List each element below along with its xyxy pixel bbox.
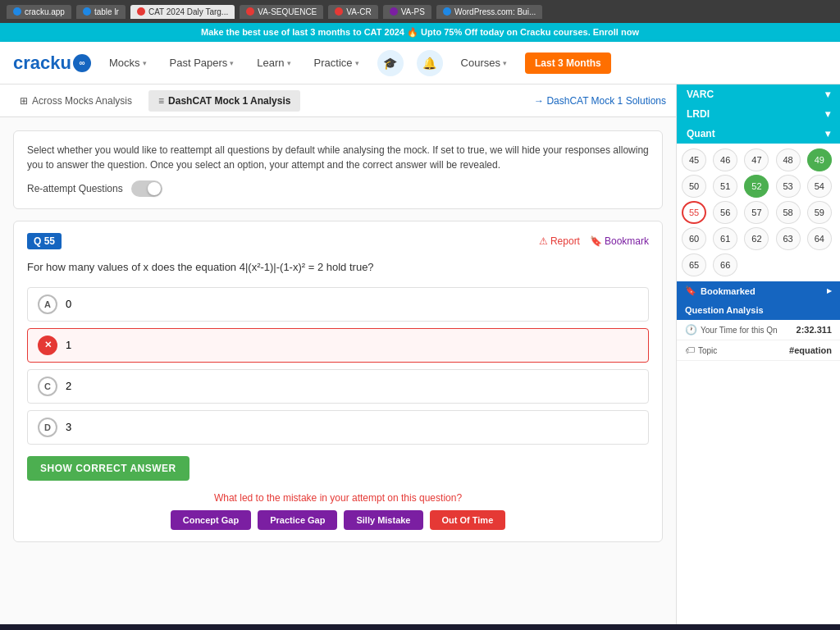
analysis-topic-row: 🏷 Topic #equation	[677, 340, 840, 361]
question-header: Q 55 ⚠ Report 🔖 Bookmark	[27, 233, 649, 249]
option-a-circle: A	[38, 294, 57, 314]
question-actions: ⚠ Report 🔖 Bookmark	[539, 235, 649, 247]
nav-practice[interactable]: Practice ▾	[309, 53, 364, 72]
tab-icon	[335, 7, 343, 16]
nav-learn[interactable]: Learn ▾	[252, 53, 295, 72]
analysis-tabs-bar: ⊞ Across Mocks Analysis ≡ DashCAT Mock 1…	[0, 84, 676, 117]
reattempt-toggle-row: Re-attempt Questions	[27, 180, 649, 197]
question-number-grid: 45 46 47 48 49 50 51 52 53 54 55 56 57 5…	[677, 144, 840, 281]
option-b-circle: ✕	[38, 336, 57, 355]
nav-hat-icon[interactable]: 🎓	[377, 50, 404, 76]
option-c[interactable]: C 2	[27, 369, 649, 404]
browser-tab-wordpress[interactable]: WordPress.com: Bui...	[436, 5, 542, 19]
tab-icon	[137, 7, 145, 16]
main-layout: ⊞ Across Mocks Analysis ≡ DashCAT Mock 1…	[0, 84, 840, 624]
mistake-buttons: Concept Gap Practice Gap Silly Mistake O…	[27, 510, 649, 530]
q-btn-61[interactable]: 61	[713, 227, 737, 250]
q-btn-45[interactable]: 45	[682, 148, 706, 171]
bookmark-button[interactable]: 🔖 Bookmark	[590, 235, 649, 247]
sidebar-quant[interactable]: Quant ▾	[677, 124, 840, 144]
sidebar-lrdi[interactable]: LRDI ▾	[677, 104, 840, 124]
browser-tab-cracku[interactable]: cracku.app	[7, 5, 71, 19]
question-panel: Select whether you would like to reattem…	[0, 117, 676, 624]
tab-icon	[443, 7, 451, 16]
analysis-time-row: 🕐 Your Time for this Qn 2:32.311	[677, 320, 840, 340]
q-btn-66[interactable]: 66	[713, 253, 737, 276]
mistake-practice-button[interactable]: Practice Gap	[258, 510, 337, 530]
browser-tabs-bar: cracku.app table lr CAT 2024 Daly Targ..…	[0, 0, 840, 23]
show-answer-button[interactable]: SHOW CORRECT ANSWER	[27, 456, 189, 481]
q-btn-48[interactable]: 48	[776, 148, 801, 171]
q-btn-59[interactable]: 59	[807, 201, 832, 224]
sidebar-varc[interactable]: VARC ▾	[677, 84, 840, 104]
last3-months-button[interactable]: Last 3 Months	[525, 52, 611, 74]
q-btn-63[interactable]: 63	[776, 227, 801, 250]
logo-icon: ∞	[73, 54, 91, 72]
report-button[interactable]: ⚠ Report	[539, 235, 580, 247]
nav-past-papers[interactable]: Past Papers ▾	[165, 53, 240, 72]
bookmarked-header[interactable]: 🔖 Bookmarked ▸	[677, 281, 840, 300]
q-btn-51[interactable]: 51	[713, 175, 737, 198]
content-area: ⊞ Across Mocks Analysis ≡ DashCAT Mock 1…	[0, 84, 676, 624]
browser-tab-cat[interactable]: CAT 2024 Daly Targ...	[130, 5, 235, 19]
tab-icon	[390, 7, 398, 16]
q-btn-60[interactable]: 60	[682, 227, 706, 250]
q-btn-62[interactable]: 62	[744, 227, 769, 250]
question-number: Q 55	[27, 233, 62, 249]
q-btn-64[interactable]: 64	[807, 227, 832, 250]
mistake-silly-button[interactable]: Silly Mistake	[344, 510, 422, 530]
q-btn-55[interactable]: 55	[682, 201, 706, 224]
q-btn-53[interactable]: 53	[776, 175, 801, 198]
question-text: For how many values of x does the equati…	[27, 259, 649, 276]
q-btn-52[interactable]: 52	[744, 175, 769, 198]
tab-dashcat-solutions[interactable]: → DashCAT Mock 1 Solutions	[534, 95, 666, 107]
browser-tab-vaps[interactable]: VA-PS	[383, 5, 431, 19]
q-btn-47[interactable]: 47	[744, 148, 769, 171]
mistake-concept-button[interactable]: Concept Gap	[171, 510, 251, 530]
tab-dashcat-mock1[interactable]: ≡ DashCAT Mock 1 Analysis	[148, 90, 300, 112]
q-btn-50[interactable]: 50	[682, 175, 706, 198]
sidebar: VARC ▾ LRDI ▾ Quant ▾ 45 46 47 48 49 50 …	[676, 84, 840, 624]
tab-across-mocks[interactable]: ⊞ Across Mocks Analysis	[10, 90, 142, 112]
question-card: Q 55 ⚠ Report 🔖 Bookmark For how many va	[13, 221, 663, 542]
mistake-section: What led to the mistake in your attempt …	[27, 492, 649, 530]
reattempt-toggle[interactable]	[131, 180, 162, 197]
question-analysis-header[interactable]: Question Analysis	[677, 300, 840, 320]
option-d[interactable]: D 3	[27, 410, 649, 445]
tab-icon	[246, 7, 254, 16]
q-btn-56[interactable]: 56	[713, 201, 737, 224]
q-btn-46[interactable]: 46	[713, 148, 737, 171]
toggle-knob	[148, 182, 161, 195]
browser-tab-vasequence[interactable]: VA-SEQUENCE	[240, 5, 323, 19]
browser-tab-vacr[interactable]: VA-CR	[328, 5, 377, 19]
nav-courses[interactable]: Courses ▾	[456, 53, 512, 72]
browser-tab-table[interactable]: table lr	[76, 5, 126, 19]
option-a[interactable]: A 0	[27, 287, 649, 322]
q-btn-65[interactable]: 65	[682, 253, 706, 276]
option-c-circle: C	[38, 377, 57, 396]
tab-icon	[13, 7, 21, 16]
logo[interactable]: cracku ∞	[13, 52, 91, 74]
q-btn-58[interactable]: 58	[776, 201, 801, 224]
q-btn-54[interactable]: 54	[807, 175, 832, 198]
q-btn-49[interactable]: 49	[807, 148, 832, 171]
q-btn-57[interactable]: 57	[744, 201, 769, 224]
promo-banner[interactable]: Make the best use of last 3 months to CA…	[0, 23, 840, 42]
nav-notification-icon[interactable]: 🔔	[417, 50, 443, 76]
tab-icon	[83, 7, 91, 16]
option-b[interactable]: ✕ 1	[27, 328, 649, 363]
navbar: cracku ∞ Mocks ▾ Past Papers ▾ Learn ▾ P…	[0, 42, 840, 84]
nav-mocks[interactable]: Mocks ▾	[104, 53, 152, 72]
mistake-time-button[interactable]: Out Of Time	[430, 510, 506, 530]
reattempt-box: Select whether you would like to reattem…	[13, 130, 663, 209]
option-d-circle: D	[38, 418, 57, 437]
